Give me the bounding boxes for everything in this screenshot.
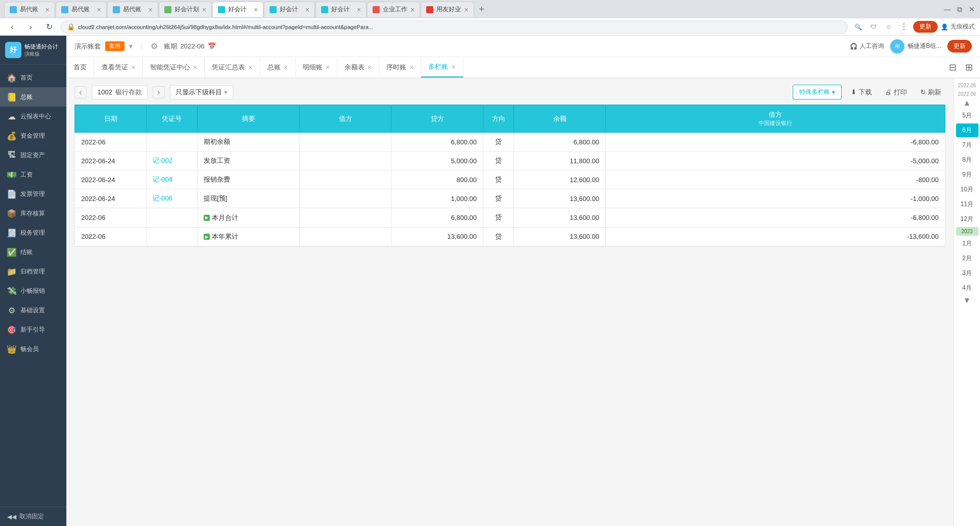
page-tab-detail-ledger-close[interactable]: ×: [326, 63, 330, 71]
sidebar-item-fixed-assets[interactable]: 🏗 固定资产: [0, 145, 66, 165]
account-selector[interactable]: 1002 银行存款: [92, 85, 148, 99]
sidebar-item-settings[interactable]: ⚙ 基础设置: [0, 300, 66, 320]
sidebar-item-expense[interactable]: 💸 小畅报销: [0, 281, 66, 300]
month-nav-item-1[interactable]: 1月: [956, 237, 978, 251]
sidebar-item-archive[interactable]: 📁 归档管理: [0, 262, 66, 281]
browser-update-button[interactable]: 更新: [913, 21, 938, 33]
tab-close-8[interactable]: ×: [410, 6, 414, 14]
app-update-button[interactable]: 更新: [947, 40, 972, 53]
tab-enterprise-8[interactable]: 企业工作 ×: [367, 2, 420, 17]
sidebar-item-ledger[interactable]: 📒 总账: [0, 87, 66, 107]
next-account-button[interactable]: ›: [153, 86, 165, 98]
page-tab-general-ledger-close[interactable]: ×: [284, 63, 288, 71]
consult-button[interactable]: 🎧 人工咨询: [850, 42, 884, 51]
page-tab-balance[interactable]: 余额表 ×: [337, 58, 379, 77]
sidebar-item-reports[interactable]: ☁ 云报表中心: [0, 107, 66, 126]
page-tab-voucher-summary-close[interactable]: ×: [248, 63, 252, 71]
tab-close-7[interactable]: ×: [357, 6, 361, 14]
forward-button[interactable]: ›: [23, 20, 38, 34]
horizontal-scrollbar[interactable]: [75, 246, 945, 253]
month-nav-item-2[interactable]: 2月: [956, 252, 978, 265]
url-bar[interactable]: 🔒 cloud2.chanjet.com/accounting/uh26t264…: [60, 20, 848, 34]
sidebar-item-guide[interactable]: 🎯 新手引导: [0, 320, 66, 339]
sidebar-item-funds[interactable]: 💰 资金管理: [0, 126, 66, 145]
tab-haohuiji-5[interactable]: 好会计 ×: [212, 2, 263, 17]
sidebar-item-inventory[interactable]: 📦 库存核算: [0, 204, 66, 223]
shield-icon[interactable]: 🛡: [867, 21, 879, 33]
tab-close-3[interactable]: ×: [149, 6, 153, 14]
browser-menu-icon[interactable]: ⋮: [898, 21, 910, 33]
page-tab-voucher[interactable]: 查看凭证 ×: [94, 58, 143, 77]
download-button[interactable]: ⬇ 下载: [847, 86, 876, 99]
page-tab-voucher-close[interactable]: ×: [131, 63, 135, 71]
calendar-icon[interactable]: 📅: [208, 42, 216, 50]
page-tab-chronological-close[interactable]: ×: [409, 63, 413, 71]
expand-panel-button[interactable]: ⊞: [962, 60, 976, 74]
tab-close-6[interactable]: ×: [305, 6, 309, 14]
tab-yidaizhang-2[interactable]: 易代账 ×: [56, 2, 107, 17]
month-nav-scroll-down[interactable]: ▼: [956, 295, 978, 306]
month-nav-item-12[interactable]: 12月: [956, 212, 978, 226]
sidebar-item-home[interactable]: 🏠 首页: [0, 68, 66, 87]
tab-yonyou-9[interactable]: 用友好业 ×: [421, 2, 474, 17]
restore-button[interactable]: ⧉: [955, 5, 964, 13]
sidebar-unpin-button[interactable]: ◀◀ 取消固定: [0, 507, 66, 526]
page-tab-detail-ledger[interactable]: 明细账 ×: [296, 58, 337, 77]
page-tab-smart-voucher[interactable]: 智能凭证中心 ×: [143, 58, 205, 77]
sidebar-item-payroll[interactable]: 💵 工资: [0, 165, 66, 184]
month-nav-item-9[interactable]: 9月: [956, 168, 978, 182]
month-nav-item-8[interactable]: 8月: [956, 153, 978, 167]
month-nav-item-10[interactable]: 10月: [956, 183, 978, 196]
collapse-panel-button[interactable]: ⊟: [945, 60, 960, 74]
page-tab-home[interactable]: 首页: [66, 58, 94, 77]
sidebar-item-member[interactable]: 👑 畅会员: [0, 339, 66, 359]
tab-close-4[interactable]: ×: [202, 6, 206, 14]
tab-haohuiji-4[interactable]: 好会计划 ×: [159, 2, 212, 17]
print-button[interactable]: 🖨 打印: [881, 86, 911, 99]
settings-gear-icon[interactable]: ⚙: [151, 41, 158, 51]
voucher-link-2[interactable]: 记-004: [153, 176, 173, 183]
month-nav-item-3[interactable]: 3月: [956, 266, 978, 280]
page-tab-general-ledger[interactable]: 总账 ×: [260, 58, 296, 77]
tab-haohuiji-6[interactable]: 好会计 ×: [264, 2, 315, 17]
tab-haohuiji-7[interactable]: 好会计 ×: [315, 2, 366, 17]
minimize-button[interactable]: —: [943, 5, 951, 13]
month-nav-item-4[interactable]: 4月: [956, 281, 978, 295]
tab-close-9[interactable]: ×: [464, 6, 468, 14]
sidebar-item-close-account[interactable]: ✅ 结账: [0, 242, 66, 262]
print-label: 打印: [894, 88, 907, 97]
search-icon[interactable]: 🔍: [852, 21, 864, 33]
tab-close-5[interactable]: ×: [254, 6, 258, 14]
month-nav-item-5[interactable]: 5月: [956, 109, 978, 122]
tab-yidaizhang-1[interactable]: 易代账 ×: [4, 2, 55, 17]
month-nav-item-6[interactable]: 6月: [956, 123, 978, 137]
page-tab-smart-voucher-close[interactable]: ×: [193, 63, 197, 71]
sidebar-item-invoice[interactable]: 📄 发票管理: [0, 184, 66, 204]
close-window-button[interactable]: ✕: [968, 5, 976, 13]
tab-close-1[interactable]: ×: [45, 6, 50, 14]
tab-yidaizhang-3[interactable]: 易代账 ×: [107, 2, 158, 17]
page-tab-voucher-summary[interactable]: 凭证汇总表 ×: [205, 58, 260, 77]
new-tab-button[interactable]: +: [475, 2, 489, 16]
month-nav-scroll-up[interactable]: ▲: [956, 98, 978, 108]
month-nav-item-7[interactable]: 7月: [956, 138, 978, 152]
sidebar: 好 畅捷通好会计 演账版 🏠 首页 📒 总账 ☁ 云报表中心 💰 资金管理: [0, 36, 66, 526]
page-tab-multi-col-close[interactable]: ×: [451, 63, 455, 71]
back-button[interactable]: ‹: [5, 20, 19, 34]
voucher-link-1[interactable]: 记-002: [153, 157, 173, 164]
tab-close-2[interactable]: ×: [97, 6, 101, 14]
voucher-link-3[interactable]: 记-006: [153, 194, 173, 202]
prev-account-button[interactable]: ‹: [75, 86, 87, 98]
page-tab-balance-close[interactable]: ×: [368, 63, 372, 71]
refresh-button[interactable]: ↻ 刷新: [916, 86, 945, 99]
month-nav-item-11[interactable]: 11月: [956, 197, 978, 211]
wuphen-mode[interactable]: 👤 无痕模式: [941, 22, 975, 31]
dropdown-arrow-icon[interactable]: ▾: [129, 41, 133, 51]
multi-col-button[interactable]: 特殊多栏账 ▾: [793, 85, 842, 99]
sidebar-item-tax[interactable]: 🧾 税务管理: [0, 223, 66, 242]
filter-dropdown[interactable]: 只显示下级科目 ▾: [170, 85, 233, 99]
star-icon[interactable]: ☆: [883, 21, 895, 33]
reload-button[interactable]: ↻: [42, 20, 56, 34]
page-tab-chronological[interactable]: 序时账 ×: [379, 58, 421, 77]
page-tab-multi-col[interactable]: 多栏账 ×: [421, 57, 463, 78]
